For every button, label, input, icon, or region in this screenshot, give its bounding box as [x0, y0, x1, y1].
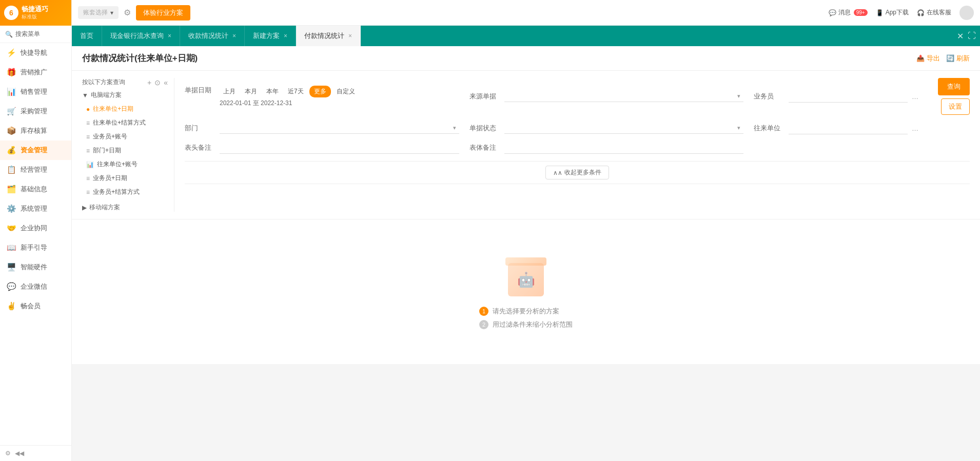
sidebar-item-hardware[interactable]: 🖥️ 智能硬件	[0, 257, 71, 277]
sidebar-item-purchase[interactable]: 🛒 采购管理	[0, 102, 71, 121]
sidebar-item-guide[interactable]: 📖 新手引导	[0, 238, 71, 257]
staff-label: 业务员	[754, 92, 785, 101]
marketing-icon: 🎁	[6, 68, 16, 77]
trial-btn[interactable]: 体验行业方案	[136, 5, 190, 21]
tab-payment-stats-close[interactable]: ×	[348, 32, 352, 39]
query-button[interactable]: 查询	[938, 78, 970, 95]
date-btn-more[interactable]: 更多	[309, 86, 331, 97]
scheme-item-staff-date[interactable]: ≡ 业务员+日期	[82, 171, 168, 185]
sidebar-item-quick-nav[interactable]: ⚡ 快捷导航	[0, 43, 71, 63]
page-content-area: 付款情况统计(往来单位+日期) 📤 导出 🔄 刷新 按以下方案查询 +	[72, 46, 980, 461]
sidebar-item-label: 新手引导	[21, 243, 47, 252]
tab-bank-flow-close[interactable]: ×	[168, 32, 171, 39]
sidebar-item-sales[interactable]: 📊 销售管理	[0, 82, 71, 102]
scheme-item-icon-3: ≡	[86, 147, 90, 154]
collapse-btn[interactable]: ∧∧ 收起更多条件	[545, 166, 609, 179]
brand-info: 畅捷通巧 标准版	[22, 5, 48, 21]
sidebar-item-wechat[interactable]: 💬 企业微信	[0, 277, 71, 296]
sidebar-item-basic[interactable]: 🗂️ 基础信息	[0, 179, 71, 199]
search-menu[interactable]: 🔍 搜索菜单	[0, 26, 71, 43]
scheme-collapse-icon[interactable]: «	[164, 78, 168, 87]
scheme-item-unit-settle[interactable]: ≡ 往来单位+结算方式	[82, 116, 168, 130]
tab-close-all-icon[interactable]: ✕	[957, 31, 964, 41]
refresh-action[interactable]: 🔄 刷新	[946, 54, 970, 63]
header-note-input[interactable]	[220, 142, 459, 154]
scheme-item-unit-account[interactable]: 📊 往来单位+账号	[82, 157, 168, 171]
date-btn-7days[interactable]: 近7天	[284, 86, 307, 97]
service-icon: 🎧	[917, 9, 925, 16]
export-action[interactable]: 📤 导出	[916, 54, 940, 63]
account-dropdown-icon: ▾	[110, 9, 113, 16]
body-note-input[interactable]	[504, 142, 744, 154]
scheme-item-staff-account[interactable]: ≡ 业务员+账号	[82, 130, 168, 144]
purchase-icon: 🛒	[6, 107, 16, 116]
collapse-sidebar-icon[interactable]: ◀◀	[15, 450, 24, 457]
tab-new-scheme-close[interactable]: ×	[284, 32, 287, 39]
tab-fullscreen-icon[interactable]: ⛶	[968, 31, 976, 41]
user-avatar[interactable]	[959, 6, 974, 20]
date-btn-custom[interactable]: 自定义	[333, 86, 359, 97]
refresh-label: 刷新	[956, 54, 970, 63]
date-label: 单据日期	[185, 86, 215, 95]
sidebar-item-inventory[interactable]: 📦 库存核算	[0, 121, 71, 141]
date-btn-last-month[interactable]: 上月	[220, 86, 239, 97]
scheme-item-icon-5: ≡	[86, 175, 90, 182]
tab-payment-stats[interactable]: 付款情况统计 ×	[296, 26, 361, 46]
service-label: 在线客服	[927, 8, 951, 17]
scheme-item-icon-0: ●	[86, 106, 90, 113]
scheme-panel-header: 按以下方案查询 + ⊙ «	[82, 78, 168, 87]
page-header-actions: 📤 导出 🔄 刷新	[916, 54, 970, 63]
tab-payment-stats-label: 付款情况统计	[304, 31, 344, 41]
dept-select[interactable]: ▾	[220, 123, 459, 134]
topbar-settings-icon[interactable]: ⚙	[124, 8, 131, 17]
counterpart-more-icon[interactable]: …	[912, 125, 918, 132]
source-select[interactable]: ▾	[504, 91, 744, 102]
doc-status-select[interactable]: ▾	[504, 123, 744, 134]
tab-home[interactable]: 首页	[72, 26, 102, 46]
counterpart-input[interactable]	[789, 122, 908, 134]
system-icon: ⚙️	[6, 204, 16, 213]
pc-group-label[interactable]: ▼ 电脑端方案	[82, 91, 168, 99]
service-item[interactable]: 🎧 在线客服	[917, 8, 951, 17]
search-label: 搜索菜单	[15, 30, 40, 38]
topbar: 账套选择 ▾ ⚙ 体验行业方案 💬 消息 99+ 📱 App下载 🎧 在线客服	[72, 0, 980, 26]
scheme-item-dept-date[interactable]: ≡ 部门+日期	[82, 144, 168, 157]
brand-name: 畅捷通巧	[22, 5, 48, 14]
date-btn-this-month[interactable]: 本月	[241, 86, 261, 97]
sidebar-item-system[interactable]: ⚙️ 系统管理	[0, 199, 71, 218]
page-header: 付款情况统计(往来单位+日期) 📤 导出 🔄 刷新	[72, 46, 980, 71]
scheme-item-staff-settle[interactable]: ≡ 业务员+结算方式	[82, 185, 168, 199]
settings-button[interactable]: 设置	[941, 98, 970, 115]
sidebar-item-label: 库存核算	[21, 126, 47, 135]
mobile-group-name: 移动端方案	[89, 203, 120, 212]
app-download-item[interactable]: 📱 App下载	[876, 8, 909, 17]
settings-footer-icon[interactable]: ⚙	[5, 450, 11, 457]
hint-num-2: 2	[479, 320, 488, 329]
mobile-group-label[interactable]: ▶ 移动端方案	[82, 203, 168, 212]
date-btn-this-year[interactable]: 本年	[263, 86, 282, 97]
staff-more-icon[interactable]: …	[912, 93, 918, 101]
tabbar-actions: ✕ ⛶	[953, 31, 980, 41]
form-row-2: 部门 ▾ 单据状态 ▾	[185, 122, 970, 134]
sidebar-item-business[interactable]: 📋 经营管理	[0, 160, 71, 179]
scheme-settings-icon[interactable]: ⊙	[154, 78, 161, 87]
tab-receipt-stats-close[interactable]: ×	[232, 32, 236, 39]
scheme-add-icon[interactable]: +	[147, 78, 151, 87]
notifications-item[interactable]: 💬 消息 99+	[829, 8, 868, 17]
scheme-item-label-5: 业务员+日期	[93, 174, 127, 183]
tab-bank-flow[interactable]: 现金银行流水查询 ×	[102, 26, 180, 46]
sidebar-item-marketing[interactable]: 🎁 营销推广	[0, 63, 71, 82]
sidebar-item-vip[interactable]: ✌️ 畅会员	[0, 296, 71, 316]
tab-new-scheme[interactable]: 新建方案 ×	[245, 26, 296, 46]
vip-icon: ✌️	[6, 302, 16, 311]
account-selector[interactable]: 账套选择 ▾	[78, 6, 119, 19]
sidebar-item-finance[interactable]: 💰 资金管理	[0, 141, 71, 160]
sidebar-item-label: 经营管理	[21, 165, 47, 174]
logo-icon: 6	[4, 6, 18, 20]
sidebar-item-enterprise[interactable]: 🤝 企业协同	[0, 218, 71, 238]
body-note-label: 表体备注	[469, 143, 500, 152]
scheme-item-unit-date[interactable]: ● 往来单位+日期	[82, 102, 168, 116]
tab-receipt-stats[interactable]: 收款情况统计 ×	[180, 26, 245, 46]
staff-input[interactable]	[789, 90, 908, 103]
scheme-item-label-2: 业务员+账号	[93, 132, 127, 141]
